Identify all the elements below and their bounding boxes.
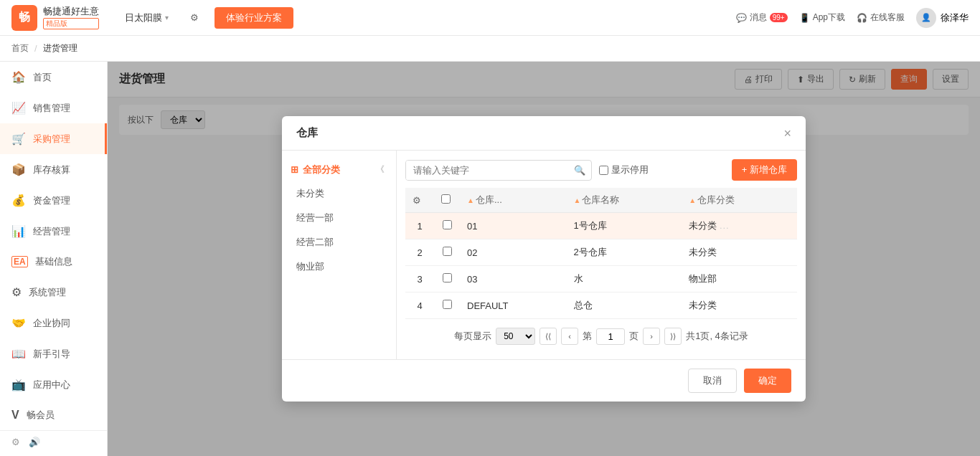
row-check-1 — [434, 213, 460, 239]
category-item-uncategorized[interactable]: 未分类 — [282, 181, 396, 206]
sidebar-item-label-finance: 资金管理 — [33, 194, 70, 207]
row-category-2: 未分类 — [682, 239, 797, 266]
sidebar-item-purchase[interactable]: 🛒 采购管理 — [0, 123, 107, 154]
category-all-label: 全部分类 — [303, 163, 340, 176]
sidebar-item-label-guide: 新手引导 — [33, 348, 70, 361]
settings-icon[interactable]: ⚙ — [183, 6, 206, 29]
user-area[interactable]: 👤 徐泽华 — [916, 8, 969, 28]
bottom-speaker-icon[interactable]: 🔊 — [29, 437, 40, 447]
first-page-button[interactable]: ⟨⟨ — [540, 328, 557, 345]
logo-badge: 精品版 — [43, 18, 99, 29]
row-code-4: DEFAULT — [460, 293, 567, 319]
table-head: ⚙ ▲仓库... ▲仓库名称 ▲仓库分类 — [405, 188, 797, 213]
per-page-select[interactable]: 50 20 100 — [496, 328, 535, 345]
sidebar-item-finance[interactable]: 💰 资金管理 — [0, 185, 107, 216]
app-center-icon: 📺 — [11, 378, 26, 391]
row-category-4: 未分类 — [682, 293, 797, 319]
message-action[interactable]: 💬 消息 99+ — [736, 11, 788, 24]
sidebar-item-home[interactable]: 🏠 首页 — [0, 62, 107, 92]
app-download-label: App下载 — [813, 11, 845, 24]
table-row[interactable]: 3 03 水 物业部 — [405, 266, 797, 293]
sidebar-item-label-operations: 经营管理 — [33, 225, 70, 238]
col-name: ▲仓库名称 — [567, 188, 682, 213]
sidebar-item-inventory[interactable]: 📦 库存核算 — [0, 154, 107, 185]
search-icon[interactable]: 🔍 — [568, 161, 591, 180]
page-input[interactable] — [596, 328, 625, 345]
category-item-dept1[interactable]: 经营一部 — [282, 206, 396, 230]
modal-close-button[interactable]: × — [783, 127, 791, 140]
confirm-button[interactable]: 确定 — [744, 369, 791, 393]
sidebar-item-label-home: 首页 — [33, 71, 52, 84]
sub-header: 首页 / 进货管理 — [0, 36, 980, 62]
row-checkbox-3[interactable] — [443, 273, 452, 282]
category-panel: ⊞ 全部分类 《 未分类 经营一部 经营二部 物业部 — [282, 151, 397, 359]
cancel-button[interactable]: 取消 — [688, 369, 737, 393]
main-layout: 🏠 首页 📈 销售管理 🛒 采购管理 📦 库存核算 💰 资金管理 📊 经营管理 … — [0, 62, 980, 456]
table-row[interactable]: 1 01 1号仓库 未分类 ... — [405, 213, 797, 239]
sidebar-item-membership[interactable]: V 畅会员 — [0, 400, 107, 430]
store-selector[interactable]: 日太阳膜 ▾ — [119, 9, 174, 27]
sidebar-item-cooperation[interactable]: 🤝 企业协同 — [0, 308, 107, 338]
sidebar-item-operations[interactable]: 📊 经营管理 — [0, 216, 107, 247]
logo-area: 畅 畅捷通好生意 精品版 — [11, 5, 119, 31]
message-icon: 💬 — [736, 13, 747, 23]
more-icon-1[interactable]: ... — [720, 220, 730, 231]
sidebar-item-system[interactable]: ⚙ 系统管理 — [0, 277, 107, 308]
table-row[interactable]: 4 DEFAULT 总仓 未分类 — [405, 293, 797, 319]
row-name-4: 总仓 — [567, 293, 682, 319]
try-industry-button[interactable]: 体验行业方案 — [215, 7, 293, 29]
table-container: ⚙ ▲仓库... ▲仓库名称 ▲仓库分类 1 — [405, 188, 797, 319]
row-category-3: 物业部 — [682, 266, 797, 293]
sidebar-item-app-center[interactable]: 📺 应用中心 — [0, 369, 107, 400]
app-download-action[interactable]: 📱 App下载 — [799, 11, 845, 24]
guide-icon: 📖 — [11, 347, 26, 361]
row-checkbox-2[interactable] — [443, 247, 452, 256]
home-icon: 🏠 — [11, 70, 26, 84]
add-warehouse-button[interactable]: + 新增仓库 — [732, 159, 797, 181]
select-all-checkbox[interactable] — [441, 194, 451, 204]
row-num-1: 1 — [405, 213, 434, 239]
collapse-icon[interactable]: 《 — [373, 162, 387, 177]
logo-text: 畅捷通好生意 — [43, 6, 99, 18]
finance-icon: 💰 — [11, 194, 26, 207]
sidebar-item-sales[interactable]: 📈 销售管理 — [0, 92, 107, 123]
category-item-property[interactable]: 物业部 — [282, 255, 396, 279]
table-panel: 🔍 显示停用 + 新增仓库 — [397, 151, 806, 359]
row-num-4: 4 — [405, 293, 434, 319]
sidebar-item-basic-info[interactable]: EA 基础信息 — [0, 247, 107, 277]
sidebar-item-label-cooperation: 企业协同 — [33, 317, 70, 330]
category-all-header[interactable]: ⊞ 全部分类 《 — [282, 158, 396, 181]
prev-page-button[interactable]: ‹ — [561, 328, 578, 345]
row-code-3: 03 — [460, 266, 567, 293]
last-page-button[interactable]: ⟩⟩ — [664, 328, 682, 345]
sidebar-item-guide[interactable]: 📖 新手引导 — [0, 338, 107, 369]
show-disabled-label: 显示停用 — [611, 163, 649, 176]
modal-body: ⊞ 全部分类 《 未分类 经营一部 经营二部 物业部 — [282, 151, 806, 359]
store-name: 日太阳膜 — [125, 11, 162, 24]
page-unit: 页 — [629, 330, 639, 343]
search-input[interactable] — [406, 161, 568, 180]
row-checkbox-1[interactable] — [443, 220, 452, 229]
category-item-dept2[interactable]: 经营二部 — [282, 230, 396, 255]
col-category: ▲仓库分类 — [682, 188, 797, 213]
breadcrumb-home[interactable]: 首页 — [11, 42, 29, 54]
modal-footer: 取消 确定 — [282, 359, 806, 402]
online-service-action[interactable]: 🎧 在线客服 — [857, 11, 905, 24]
username: 徐泽华 — [941, 11, 969, 24]
col-settings: ⚙ — [405, 188, 434, 213]
chevron-down-icon: ▾ — [165, 14, 169, 22]
row-code-2: 02 — [460, 239, 567, 266]
row-name-1: 1号仓库 — [567, 213, 682, 239]
category-all: ⊞ 全部分类 — [291, 163, 340, 176]
bottom-gear-icon[interactable]: ⚙ — [11, 437, 20, 447]
sidebar-item-label-sales: 销售管理 — [33, 102, 70, 115]
show-disabled-option[interactable]: 显示停用 — [599, 163, 649, 176]
warehouse-modal: 仓库 × ⊞ 全部分类 《 未分类 — [282, 116, 806, 402]
avatar: 👤 — [916, 8, 936, 28]
row-checkbox-4[interactable] — [443, 300, 452, 309]
table-row[interactable]: 2 02 2号仓库 未分类 — [405, 239, 797, 266]
phone-icon: 📱 — [799, 13, 810, 23]
show-disabled-checkbox[interactable] — [599, 166, 608, 175]
next-page-button[interactable]: › — [643, 328, 660, 345]
modal-title: 仓库 — [296, 126, 318, 140]
